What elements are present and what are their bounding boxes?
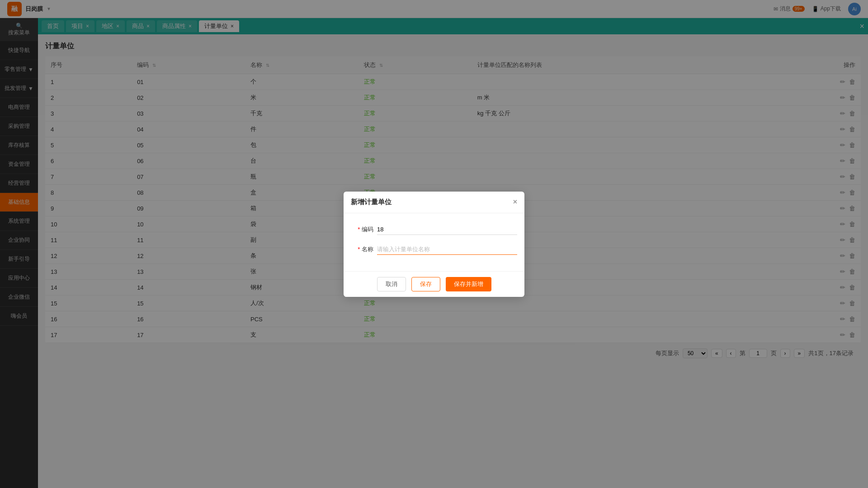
modal-title: 新增计量单位 — [351, 198, 392, 206]
save-button[interactable]: 保存 — [411, 277, 440, 291]
cancel-button[interactable]: 取消 — [377, 277, 406, 291]
form-row-code: 编码 — [351, 224, 517, 235]
modal-body: 编码 名称 — [344, 213, 524, 271]
modal-footer: 取消 保存 保存并新增 — [344, 271, 524, 297]
modal-overlay: 新增计量单位 × 编码 名称 取消 保存 保存并新增 — [0, 0, 868, 488]
form-row-name: 名称 — [351, 244, 517, 255]
add-unit-modal: 新增计量单位 × 编码 名称 取消 保存 保存并新增 — [344, 192, 524, 297]
code-label: 编码 — [351, 225, 373, 234]
name-label: 名称 — [351, 245, 373, 253]
name-input[interactable] — [377, 244, 517, 255]
code-input[interactable] — [377, 224, 517, 235]
modal-header: 新增计量单位 × — [344, 192, 524, 213]
save-and-new-button[interactable]: 保存并新增 — [446, 277, 491, 291]
modal-close-btn[interactable]: × — [513, 198, 517, 206]
